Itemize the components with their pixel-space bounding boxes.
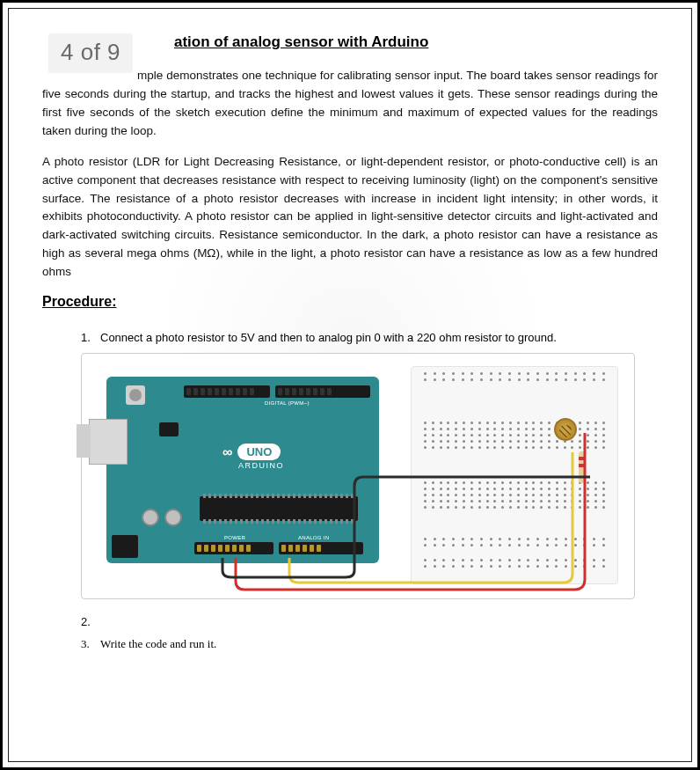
step-text bbox=[100, 615, 658, 628]
breadboard-strip bbox=[420, 481, 609, 531]
page-indicator-badge: 4 of 9 bbox=[48, 33, 133, 73]
page-outer-frame: 4 of 9 ation of analog sensor with Ardui… bbox=[0, 0, 700, 770]
infinity-icon: ∞ bbox=[222, 444, 232, 460]
capacitor-icon bbox=[164, 509, 182, 526]
power-jack bbox=[112, 535, 138, 558]
intro-paragraph-2: A photo resistor (LDR for Light Decreasi… bbox=[42, 153, 658, 282]
digital-label: DIGITAL (PWM~) bbox=[265, 400, 310, 406]
content-area: ation of analog sensor with Arduino mple… bbox=[42, 33, 658, 651]
power-pins bbox=[194, 542, 273, 554]
document-title: ation of analog sensor with Arduino bbox=[174, 33, 658, 51]
capacitors bbox=[142, 509, 182, 526]
page-inner-frame: 4 of 9 ation of analog sensor with Ardui… bbox=[8, 8, 692, 762]
resistor-icon bbox=[579, 451, 586, 483]
reset-button-icon bbox=[126, 385, 145, 405]
step-text: Connect a photo resistor to 5V and then … bbox=[100, 331, 658, 344]
breadboard-rail bbox=[420, 372, 609, 392]
photoresistor-icon bbox=[554, 418, 577, 441]
analog-label: ANALOG IN bbox=[298, 535, 329, 540]
step-number: 1. bbox=[81, 331, 100, 344]
procedure-step-3: 3. Write the code and run it. bbox=[81, 637, 658, 651]
procedure-heading: Procedure: bbox=[42, 294, 658, 310]
arduino-brand-text: ARDUINO bbox=[238, 461, 284, 470]
digital-pins-left bbox=[184, 385, 270, 398]
circuit-diagram: DIGITAL (PWM~) ∞ UNO ARDUINO POWER ANALO… bbox=[81, 353, 635, 599]
uno-badge: UNO bbox=[237, 444, 281, 460]
power-label: POWER bbox=[224, 535, 245, 540]
capacitor-icon bbox=[142, 509, 159, 526]
step-number: 2. bbox=[81, 615, 100, 628]
procedure-list: 1. Connect a photo resistor to 5V and th… bbox=[81, 331, 658, 344]
digital-pins-right bbox=[275, 385, 370, 398]
procedure-step-2: 2. bbox=[81, 615, 658, 628]
step-number: 3. bbox=[81, 637, 100, 651]
procedure-step-1: 1. Connect a photo resistor to 5V and th… bbox=[81, 331, 658, 344]
step-text: Write the code and run it. bbox=[100, 637, 658, 651]
uno-logo-row: ∞ UNO bbox=[222, 444, 281, 460]
icsp-header bbox=[159, 422, 179, 436]
atmega-chip bbox=[200, 496, 358, 521]
procedure-list-cont: 2. 3. Write the code and run it. bbox=[81, 615, 658, 651]
breadboard-rail bbox=[420, 538, 609, 557]
usb-connector bbox=[77, 424, 91, 458]
breadboard-rail bbox=[420, 559, 609, 578]
intro-paragraph-1: mple demonstrates one technique for cali… bbox=[42, 67, 658, 141]
arduino-board: DIGITAL (PWM~) ∞ UNO ARDUINO POWER ANALO… bbox=[106, 377, 379, 563]
breadboard bbox=[411, 366, 618, 584]
analog-pins bbox=[279, 542, 363, 554]
